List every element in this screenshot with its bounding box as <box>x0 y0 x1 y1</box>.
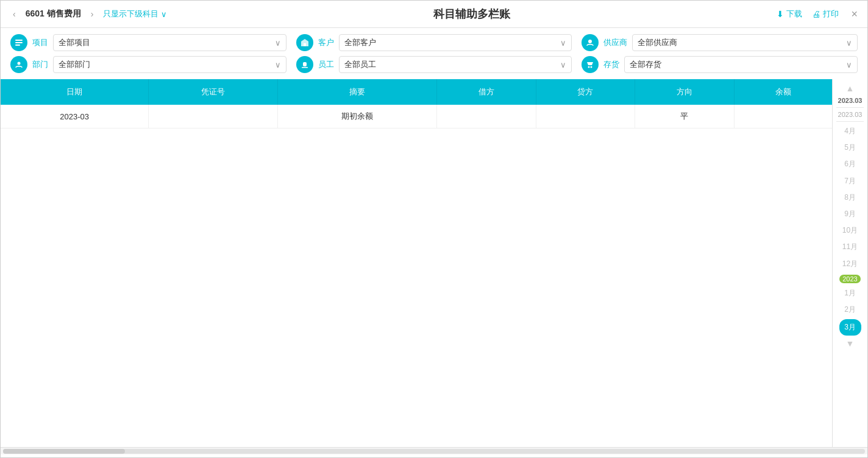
timeline-month-12[interactable]: 12月 <box>833 256 867 272</box>
customer-dropdown-icon: ∨ <box>560 38 566 48</box>
col-balance: 余额 <box>734 79 832 105</box>
col-summary: 摘要 <box>278 79 437 105</box>
supplier-select[interactable]: 全部供应商 ∨ <box>632 34 858 51</box>
employee-icon <box>296 56 313 73</box>
timeline-month-4[interactable]: 4月 <box>833 123 867 139</box>
employee-label: 员工 <box>318 59 334 70</box>
project-dropdown-icon: ∨ <box>275 38 281 48</box>
bottom-scrollbar[interactable] <box>1 447 867 454</box>
nav-prev-button[interactable]: ‹ <box>10 8 18 20</box>
timeline-month-10[interactable]: 10月 <box>833 222 867 239</box>
cell-voucher <box>149 105 278 129</box>
timeline-month-9[interactable]: 9月 <box>833 206 867 222</box>
nav-next-button[interactable]: › <box>88 8 96 20</box>
svg-rect-2 <box>15 44 20 46</box>
download-button[interactable]: ⬇ 下载 <box>777 9 802 19</box>
department-icon <box>10 56 27 73</box>
header-bar: ‹ 6601 销售费用 › 只显示下级科目 ∨ 科目辅助多栏账 ⬇ 下载 🖨 打… <box>1 1 867 28</box>
svg-rect-6 <box>303 62 307 66</box>
timeline-month-5[interactable]: 5月 <box>833 139 867 156</box>
cell-direction: 平 <box>635 105 735 129</box>
col-voucher: 凭证号 <box>149 79 278 105</box>
col-credit: 贷方 <box>536 79 635 105</box>
filter-section: 项目 全部项目 ∨ 客户 全部客户 ∨ 供应商 全部供应商 ∨ <box>1 28 867 79</box>
customer-icon <box>296 34 313 51</box>
inventory-filter-row: 存货 全部存货 ∨ <box>582 56 858 73</box>
print-button[interactable]: 🖨 打印 <box>812 9 839 19</box>
inventory-select[interactable]: 全部存货 ∨ <box>624 56 858 73</box>
ledger-table: 日期 凭证号 摘要 借方 贷方 方向 余额 2023-03 期初余额 <box>1 79 832 129</box>
main-window: ‹ 6601 销售费用 › 只显示下级科目 ∨ 科目辅助多栏账 ⬇ 下载 🖨 打… <box>0 0 868 458</box>
timeline-nav-down[interactable]: ▼ <box>833 337 867 350</box>
supplier-icon <box>582 34 599 51</box>
ledger-table-area: 日期 凭证号 摘要 借方 贷方 方向 余额 2023-03 期初余额 <box>1 79 832 447</box>
svg-rect-7 <box>302 67 308 68</box>
timeline-divider-1 <box>836 107 864 108</box>
customer-filter-row: 客户 全部客户 ∨ <box>296 34 572 51</box>
action-buttons: ⬇ 下载 🖨 打印 <box>777 9 839 19</box>
department-select[interactable]: 全部部门 ∨ <box>53 56 286 73</box>
supplier-label: 供应商 <box>603 37 627 48</box>
print-icon: 🖨 <box>812 9 820 19</box>
timeline-month-3-active[interactable]: 3月 <box>839 319 861 336</box>
timeline-month-7[interactable]: 7月 <box>833 173 867 189</box>
scroll-track <box>3 449 865 454</box>
department-filter-row: 部门 全部部门 ∨ <box>10 56 286 73</box>
page-title: 科目辅助多栏账 <box>174 7 769 21</box>
svg-point-8 <box>588 66 590 68</box>
show-sub-arrow-icon: ∨ <box>161 10 167 19</box>
cell-date: 2023-03 <box>1 105 149 129</box>
employee-dropdown-icon: ∨ <box>560 60 566 69</box>
supplier-filter-row: 供应商 全部供应商 ∨ <box>582 34 858 51</box>
svg-point-9 <box>591 66 592 68</box>
inventory-dropdown-icon: ∨ <box>846 60 852 69</box>
inventory-icon <box>582 56 599 73</box>
cell-balance <box>734 105 832 129</box>
table-header: 日期 凭证号 摘要 借方 贷方 方向 余额 <box>1 79 832 105</box>
timeline-nav-up[interactable]: ▲ <box>833 82 867 95</box>
customer-label: 客户 <box>318 37 334 48</box>
employee-filter-row: 员工 全部员工 ∨ <box>296 56 572 73</box>
cell-credit <box>536 105 635 129</box>
timeline-month-6[interactable]: 6月 <box>833 156 867 172</box>
main-content-area: 日期 凭证号 摘要 借方 贷方 方向 余额 2023-03 期初余额 <box>1 79 867 447</box>
show-sub-label: 只显示下级科目 <box>103 9 158 19</box>
timeline-panel: ▲ 2023.03 2023.03 4月 5月 6月 7月 8月 9月 10月 … <box>832 79 867 447</box>
timeline-month-2[interactable]: 2月 <box>833 301 867 318</box>
download-icon: ⬇ <box>777 9 784 19</box>
timeline-divider-2 <box>836 121 864 122</box>
table-row: 2023-03 期初余额 平 <box>1 105 832 129</box>
timeline-period-2[interactable]: 2023.03 <box>833 109 867 120</box>
svg-point-4 <box>588 40 592 43</box>
inventory-label: 存货 <box>603 59 619 70</box>
col-direction: 方向 <box>635 79 735 105</box>
timeline-month-1[interactable]: 1月 <box>833 285 867 301</box>
cell-summary: 期初余额 <box>278 105 437 129</box>
department-dropdown-icon: ∨ <box>275 60 281 69</box>
project-select[interactable]: 全部项目 ∨ <box>53 34 286 51</box>
employee-select[interactable]: 全部员工 ∨ <box>339 56 572 73</box>
svg-point-5 <box>18 62 21 65</box>
account-code: 6601 销售费用 <box>26 9 81 19</box>
timeline-year-badge[interactable]: 2023 <box>839 275 860 283</box>
customer-select[interactable]: 全部客户 ∨ <box>339 34 572 51</box>
svg-rect-3 <box>304 43 306 46</box>
svg-rect-1 <box>15 42 23 43</box>
close-button[interactable]: × <box>851 8 858 21</box>
timeline-month-8[interactable]: 8月 <box>833 189 867 206</box>
scroll-thumb[interactable] <box>3 449 125 454</box>
timeline-month-11[interactable]: 11月 <box>833 239 867 255</box>
col-debit: 借方 <box>436 79 536 105</box>
department-label: 部门 <box>32 59 48 70</box>
timeline-period-1[interactable]: 2023.03 <box>833 95 867 106</box>
col-date: 日期 <box>1 79 149 105</box>
project-filter-row: 项目 全部项目 ∨ <box>10 34 286 51</box>
table-body: 2023-03 期初余额 平 <box>1 105 832 129</box>
svg-rect-0 <box>15 40 23 41</box>
project-label: 项目 <box>32 37 48 48</box>
project-icon <box>10 34 27 51</box>
supplier-dropdown-icon: ∨ <box>846 38 852 48</box>
show-sub-button[interactable]: 只显示下级科目 ∨ <box>103 9 167 19</box>
cell-debit <box>436 105 536 129</box>
